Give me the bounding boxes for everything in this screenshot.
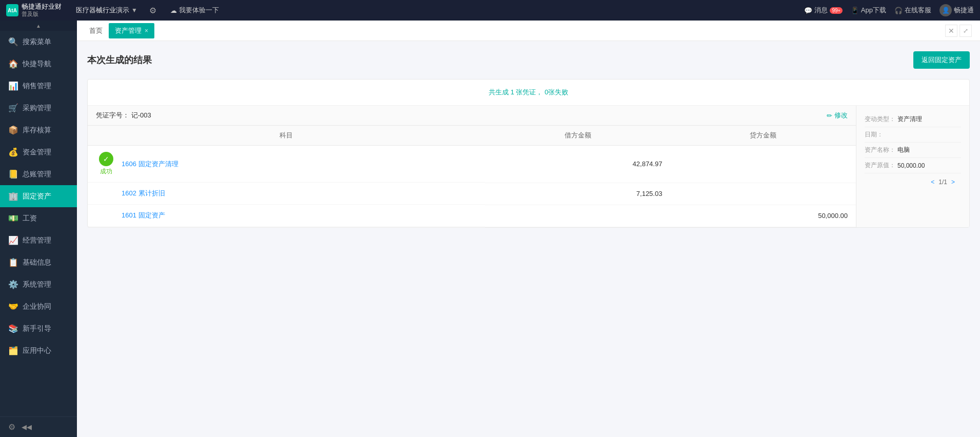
asset-value-label: 资产原值： bbox=[865, 161, 895, 170]
sidebar-item-label: 新手引导 bbox=[23, 324, 51, 333]
change-type-value: 资产清理 bbox=[897, 115, 922, 124]
sidebar-item-label: 采购管理 bbox=[23, 104, 51, 113]
sidebar-item-label: 基础信息 bbox=[23, 258, 51, 267]
credit-amount bbox=[670, 183, 856, 205]
messages-button[interactable]: 💬 消息 99+ bbox=[804, 6, 842, 15]
change-type-row: 变动类型： 资产清理 bbox=[865, 112, 961, 127]
online-service-button[interactable]: 🎧 在线客服 bbox=[894, 6, 931, 15]
sidebar-item-guide[interactable]: 📚 新手引导 bbox=[0, 317, 77, 340]
phone-icon: 📱 bbox=[851, 7, 859, 14]
subject-link[interactable]: 1602 累计折旧 bbox=[122, 189, 165, 198]
pagination: < 1/1 > bbox=[865, 173, 961, 191]
sidebar-item-payroll[interactable]: 💵 工资 bbox=[0, 207, 77, 229]
voucher-main: 凭证字号： 记-003 ✏ 修改 bbox=[88, 106, 856, 227]
result-panel: 共生成 1 张凭证， 0张失败 凭证字号： 记-003 bbox=[87, 79, 970, 228]
person-icon: 👤 bbox=[942, 7, 950, 14]
sidebar-item-label: 系统管理 bbox=[23, 280, 51, 289]
result-summary: 共生成 1 张凭证， 0张失败 bbox=[88, 80, 969, 106]
logo-text: 畅捷通好业财 bbox=[22, 3, 62, 11]
user-info[interactable]: 👤 畅捷通 bbox=[939, 4, 974, 16]
page-header: 本次生成的结果 返回固定资产 bbox=[87, 51, 970, 69]
sidebar-item-label: 总账管理 bbox=[23, 170, 51, 179]
col-debit: 借方金额 bbox=[485, 126, 671, 146]
asset-value-value: 50,000.00 bbox=[897, 162, 925, 169]
credit-amount: 50,000.00 bbox=[670, 205, 856, 227]
header-left: AtA 畅捷通好业财 普及版 医疗器械行业演示 ▼ ⚙ ☁ 我要体验一下 bbox=[6, 3, 219, 18]
sidebar-item-label: 销售管理 bbox=[23, 82, 51, 91]
edit-label: 修改 bbox=[834, 111, 848, 120]
home-icon: 🏠 bbox=[8, 59, 17, 69]
sidebar-item-basic-info[interactable]: 📋 基础信息 bbox=[0, 251, 77, 273]
sidebar-item-label: 快捷导航 bbox=[23, 59, 51, 69]
sidebar-item-sales[interactable]: 📊 销售管理 bbox=[0, 75, 77, 97]
chart-icon: 📊 bbox=[8, 81, 17, 91]
sidebar-item-label: 工资 bbox=[23, 214, 37, 223]
active-tab-label: 资产管理 bbox=[115, 26, 142, 35]
headset-icon: 🎧 bbox=[894, 7, 903, 14]
table-row: 1601 固定资产50,000.00 bbox=[88, 205, 856, 227]
messages-label: 消息 bbox=[814, 6, 828, 15]
app-download-button[interactable]: 📱 App下载 bbox=[851, 6, 886, 15]
logo-area: AtA 畅捷通好业财 普及版 bbox=[6, 3, 62, 18]
change-type-label: 变动类型： bbox=[865, 115, 895, 124]
sidebar-item-finance[interactable]: 💰 资金管理 bbox=[0, 141, 77, 163]
subject-link[interactable]: 1606 固定资产清理 bbox=[122, 160, 178, 169]
tab-close-icon[interactable]: × bbox=[145, 27, 148, 34]
voucher-side-panel: 变动类型： 资产清理 日期： 资产名称： 电脑 资产原值： bbox=[856, 106, 969, 227]
page-title: 本次生成的结果 bbox=[87, 54, 152, 66]
prev-page[interactable]: < bbox=[931, 178, 934, 186]
asset-value-row: 资产原值： 50,000.00 bbox=[865, 158, 961, 173]
guide-icon: 📚 bbox=[8, 324, 17, 333]
feedback-label: 我要体验一下 bbox=[179, 6, 219, 15]
col-subject: 科目 bbox=[88, 126, 485, 146]
sidebar-item-enterprise[interactable]: 🤝 企业协同 bbox=[0, 295, 77, 317]
settings-gear-icon[interactable]: ⚙ bbox=[146, 3, 160, 17]
sidebar-item-quick-nav[interactable]: 🏠 快捷导航 bbox=[0, 53, 77, 75]
sidebar-item-label: 资金管理 bbox=[23, 148, 51, 157]
online-service-label: 在线客服 bbox=[905, 6, 931, 15]
panel-expand-btn[interactable]: ⤢ bbox=[959, 25, 972, 37]
sidebar-item-ledger[interactable]: 📒 总账管理 bbox=[0, 163, 77, 185]
message-icon: 💬 bbox=[804, 7, 812, 14]
edit-icon: ✏ bbox=[827, 112, 832, 120]
footer-collapse-icon[interactable]: ◀◀ bbox=[22, 423, 32, 431]
page-content: 本次生成的结果 返回固定资产 共生成 1 张凭证， 0张失败 bbox=[77, 41, 980, 437]
voucher-table: 科目 借方金额 贷方金额 ✓成功1606 固定资产清理42,874.971602… bbox=[88, 126, 856, 227]
date-label: 日期： bbox=[865, 130, 895, 139]
sidebar-item-app-center[interactable]: 🗂️ 应用中心 bbox=[0, 340, 77, 362]
sidebar-item-label: 库存核算 bbox=[23, 126, 51, 135]
ledger-icon: 📒 bbox=[8, 169, 17, 179]
sidebar-item-search[interactable]: 🔍 搜索菜单 bbox=[0, 31, 77, 53]
table-row: 1602 累计折旧7,125.03 bbox=[88, 183, 856, 205]
feedback-button[interactable]: ☁ 我要体验一下 bbox=[170, 6, 219, 15]
header-right: 💬 消息 99+ 📱 App下载 🎧 在线客服 👤 畅捷通 bbox=[804, 4, 974, 16]
logo-sub: 普及版 bbox=[22, 10, 62, 18]
tab-bar: 首页 资产管理 × ✕ ⤢ bbox=[77, 21, 980, 41]
subject-link[interactable]: 1601 固定资产 bbox=[122, 211, 165, 220]
top-header: AtA 畅捷通好业财 普及版 医疗器械行业演示 ▼ ⚙ ☁ 我要体验一下 💬 消… bbox=[0, 0, 980, 21]
box-icon: 📦 bbox=[8, 125, 17, 135]
next-page[interactable]: > bbox=[951, 178, 955, 186]
dropdown-icon: ▼ bbox=[131, 7, 137, 14]
sidebar-item-system[interactable]: ⚙️ 系统管理 bbox=[0, 273, 77, 295]
tab-asset-management[interactable]: 资产管理 × bbox=[109, 23, 154, 38]
info-icon: 📋 bbox=[8, 257, 17, 267]
sidebar-item-inventory[interactable]: 📦 库存核算 bbox=[0, 119, 77, 141]
app-center-icon: 🗂️ bbox=[8, 346, 17, 355]
panel-close-btn[interactable]: ✕ bbox=[945, 25, 957, 37]
company-selector[interactable]: 医疗器械行业演示 ▼ bbox=[76, 6, 137, 15]
building-icon: 🏢 bbox=[8, 191, 17, 201]
footer-settings-icon[interactable]: ⚙ bbox=[8, 422, 15, 432]
sidebar-item-operations[interactable]: 📈 经营管理 bbox=[0, 229, 77, 251]
sidebar-item-label: 固定资产 bbox=[23, 192, 51, 201]
content-area: 首页 资产管理 × ✕ ⤢ 本次生成的结果 返回固定资产 共生 bbox=[77, 21, 980, 437]
sidebar-item-purchase[interactable]: 🛒 采购管理 bbox=[0, 97, 77, 119]
return-button[interactable]: 返回固定资产 bbox=[913, 51, 970, 69]
tab-home[interactable]: 首页 bbox=[85, 23, 107, 38]
edit-button[interactable]: ✏ 修改 bbox=[827, 111, 848, 120]
sidebar-scroll-up[interactable]: ▲ bbox=[0, 21, 77, 31]
credit-amount bbox=[670, 146, 856, 183]
enterprise-icon: 🤝 bbox=[8, 302, 17, 311]
search-icon: 🔍 bbox=[8, 37, 17, 47]
sidebar-item-fixed-assets[interactable]: 🏢 固定资产 bbox=[0, 185, 77, 207]
